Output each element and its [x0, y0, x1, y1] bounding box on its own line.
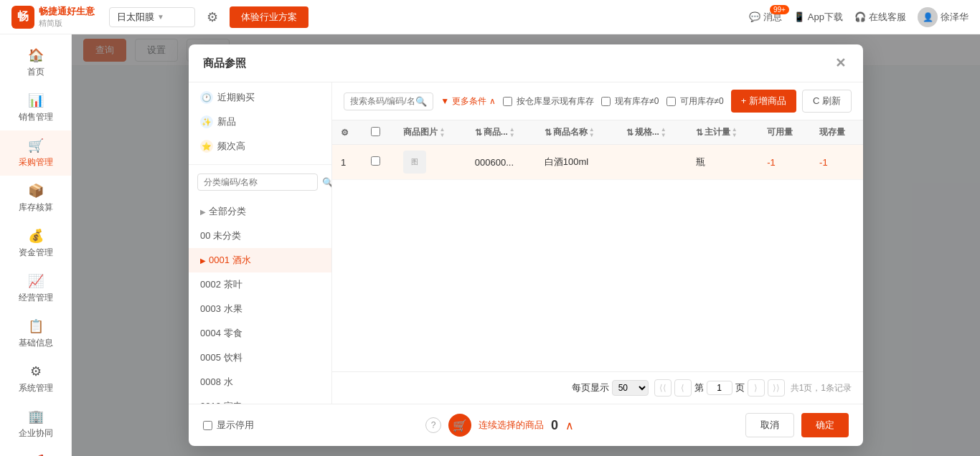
- sidebar-item-operations[interactable]: 📈 经营管理: [0, 266, 71, 311]
- image-col-sort[interactable]: 商品图片 ▲▼: [403, 126, 457, 138]
- sidebar: 🏠 首页 📊 销售管理 🛒 采购管理 📦 库存核算 💰 资金管理 📈 经营管理 …: [0, 34, 72, 456]
- row-stock-cell: -1: [811, 145, 863, 180]
- store-selector[interactable]: 日太阳膜 ▼: [109, 7, 195, 27]
- last-page-button[interactable]: ⟩⟩: [768, 379, 785, 396]
- online-service-item[interactable]: 🎧 在线客服: [854, 11, 906, 24]
- next-page-button[interactable]: ⟩: [748, 379, 765, 396]
- cat-all[interactable]: ▶ 全部分类: [189, 199, 331, 224]
- cart-icon[interactable]: 🛒: [448, 414, 471, 437]
- table-row[interactable]: 1 图 000600... 白酒100ml: [332, 145, 863, 180]
- filter-more-btn[interactable]: ▼ 更多条件 ∧: [440, 95, 496, 108]
- image-sort-icon: ▲▼: [439, 127, 445, 138]
- available-stock-check[interactable]: [601, 97, 611, 106]
- cat-0010[interactable]: 0010 家电: [189, 394, 331, 404]
- category-search-icon[interactable]: 🔍: [322, 177, 332, 188]
- cat-0001[interactable]: ▶ 0001 酒水: [189, 248, 331, 272]
- sidebar-item-home[interactable]: 🏠 首页: [0, 40, 71, 85]
- frequent-icon: ⭐: [200, 140, 213, 153]
- help-icon[interactable]: ?: [425, 417, 441, 433]
- product-data-table: ⚙ 商品图片 ▲▼: [332, 120, 863, 180]
- store-arrow-icon: ▼: [157, 13, 164, 21]
- column-settings-icon[interactable]: ⚙: [341, 128, 349, 138]
- sidebar-item-guide[interactable]: 🚀 新手引导: [0, 447, 71, 456]
- sidebar-item-system[interactable]: ⚙ 系统管理: [0, 356, 71, 402]
- sidebar-item-basics[interactable]: 📋 基础信息: [0, 311, 71, 356]
- cat-0003[interactable]: 0003 水果: [189, 297, 331, 321]
- select-all-checkbox[interactable]: [371, 127, 380, 136]
- th-settings: ⚙: [332, 120, 362, 145]
- main-content: 查询 设置 刷新 商品参照 ✕: [72, 34, 980, 456]
- purchase-icon: 🛒: [28, 138, 44, 153]
- experience-btn[interactable]: 体验行业方案: [230, 6, 308, 28]
- show-disabled-checkbox[interactable]: 显示停用: [203, 419, 254, 432]
- messages-nav-item[interactable]: 💬 消息 99+: [749, 11, 782, 24]
- sort-icon-name: ⇅: [545, 128, 552, 138]
- name-col-sort[interactable]: ⇅ 商品名称 ▲▼: [545, 126, 609, 138]
- code-col-sort[interactable]: ⇅ 商品... ▲▼: [475, 126, 527, 138]
- show-disabled-check[interactable]: [203, 421, 212, 430]
- add-product-button[interactable]: + 新增商品: [731, 90, 796, 113]
- product-search-input[interactable]: [350, 96, 415, 106]
- sidebar-item-sales[interactable]: 📊 销售管理: [0, 85, 71, 130]
- sidebar-item-purchase[interactable]: 🛒 采购管理: [0, 130, 71, 176]
- quick-item-recent[interactable]: 🕐 近期购买: [189, 85, 331, 110]
- product-thumbnail: 图: [403, 151, 426, 174]
- quick-item-frequent[interactable]: ⭐ 频次高: [189, 134, 331, 158]
- product-table: ⚙ 商品图片 ▲▼: [332, 120, 863, 371]
- cat-0008[interactable]: 0008 水: [189, 370, 331, 394]
- quick-item-new[interactable]: ✨ 新品: [189, 110, 331, 134]
- warehouse-stock-checkbox[interactable]: 按仓库显示现有库存: [503, 95, 594, 108]
- collapse-up-icon[interactable]: ∧: [565, 419, 574, 432]
- category-search-input[interactable]: [197, 174, 318, 191]
- usable-stock-check[interactable]: [666, 97, 676, 106]
- row-code-cell: 000600...: [466, 145, 536, 180]
- sidebar-item-enterprise[interactable]: 🏢 企业协同: [0, 402, 71, 447]
- available-stock-checkbox[interactable]: 现有库存≠0: [601, 95, 659, 108]
- cat-00[interactable]: 00 未分类: [189, 224, 331, 248]
- prev-page-button[interactable]: ⟨: [674, 379, 692, 396]
- sales-icon: 📊: [28, 92, 44, 108]
- modal-title: 商品参照: [203, 57, 246, 70]
- settings-icon[interactable]: ⚙: [201, 6, 224, 29]
- warehouse-stock-check[interactable]: [503, 97, 512, 106]
- category-search-area: 🔍: [189, 168, 331, 196]
- modal-header: 商品参照 ✕: [189, 44, 863, 82]
- spec-col-sort[interactable]: ⇅ 规格... ▲▼: [626, 126, 679, 138]
- row-available-cell: -1: [758, 145, 811, 180]
- code-sort-icon: ▲▼: [509, 127, 515, 138]
- unit-col-sort[interactable]: ⇅ 主计量 ▲▼: [696, 126, 750, 138]
- name-sort-icon: ▲▼: [589, 127, 595, 138]
- product-search-icon[interactable]: 🔍: [415, 96, 427, 107]
- unit-sort-icon: ▲▼: [732, 127, 738, 138]
- cat-0005[interactable]: 0005 饮料: [189, 346, 331, 370]
- filter-icon: ▼: [440, 96, 449, 106]
- sidebar-item-inventory[interactable]: 📦 库存核算: [0, 176, 71, 221]
- app-download-item[interactable]: 📱 App下载: [793, 11, 843, 24]
- filter-expand-icon: ∧: [489, 96, 496, 106]
- usable-stock-checkbox[interactable]: 可用库存≠0: [666, 95, 724, 108]
- sidebar-item-finance[interactable]: 💰 资金管理: [0, 221, 71, 266]
- table-header-row: ⚙ 商品图片 ▲▼: [332, 120, 863, 145]
- home-icon: 🏠: [28, 47, 44, 63]
- user-avatar-item[interactable]: 👤 徐泽华: [918, 7, 969, 27]
- row-select-checkbox[interactable]: [371, 156, 380, 166]
- confirm-button[interactable]: 确定: [801, 413, 849, 437]
- cancel-button[interactable]: 取消: [745, 413, 794, 437]
- page-label: 第: [694, 381, 704, 394]
- per-page-select[interactable]: 50 10 20 100: [612, 380, 649, 396]
- sort-icon-left: ⇅: [475, 128, 482, 138]
- inventory-icon: 📦: [28, 183, 44, 199]
- logo-area: 畅 畅捷通好生意 精简版: [11, 5, 95, 29]
- system-icon: ⚙: [30, 364, 42, 379]
- refresh-button[interactable]: C 刷新: [802, 90, 852, 113]
- finance-icon: 💰: [28, 228, 44, 244]
- product-reference-modal: 商品参照 ✕ 🕐 近期购买 ✨: [189, 44, 863, 446]
- row-image-cell: 图: [395, 145, 466, 180]
- message-icon: 💬: [749, 11, 760, 22]
- messages-badge: 99+: [770, 5, 789, 14]
- modal-close-button[interactable]: ✕: [831, 54, 849, 72]
- cat-0002[interactable]: 0002 茶叶: [189, 272, 331, 297]
- first-page-button[interactable]: ⟨⟨: [654, 379, 672, 396]
- page-number-input[interactable]: [707, 381, 732, 395]
- cat-0004[interactable]: 0004 零食: [189, 321, 331, 346]
